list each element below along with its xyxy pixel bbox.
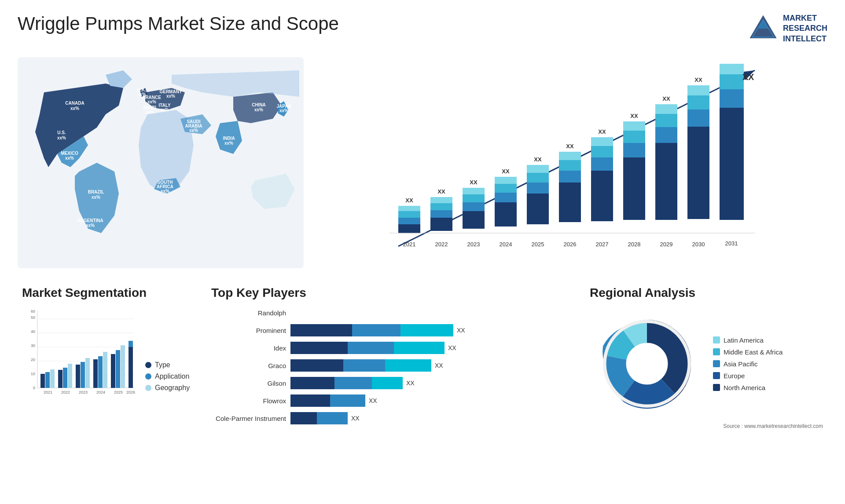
svg-rect-129 <box>85 358 90 388</box>
svg-text:xx%: xx% <box>147 99 156 104</box>
svg-text:40: 40 <box>31 329 35 334</box>
growth-chart-svg: XX 2021 XX 2022 XX 2023 <box>321 62 819 264</box>
svg-rect-89 <box>655 104 677 114</box>
bar-gilson-seg2 <box>334 377 372 389</box>
svg-text:XX: XX <box>662 95 670 102</box>
svg-rect-132 <box>98 356 103 388</box>
svg-text:0: 0 <box>33 386 35 390</box>
svg-rect-140 <box>129 341 133 347</box>
color-latin-america <box>713 336 720 343</box>
svg-rect-38 <box>398 224 420 233</box>
player-row-idex: Idex XX <box>211 342 568 354</box>
bar-coleparmer-seg2 <box>317 412 348 424</box>
svg-text:2028: 2028 <box>628 241 641 248</box>
seg-chart: 0 10 20 30 40 50 60 <box>22 307 136 405</box>
svg-rect-47 <box>430 197 452 203</box>
svg-text:2025: 2025 <box>532 241 544 248</box>
player-xx-prominent: XX <box>457 327 465 334</box>
svg-rect-92 <box>687 127 709 219</box>
svg-rect-57 <box>495 193 517 202</box>
player-row-graco: Graco XX <box>211 359 568 372</box>
bottom-row: Market Segmentation 0 10 20 30 40 <box>18 281 827 434</box>
svg-text:2021: 2021 <box>44 390 52 394</box>
svg-text:CHINA: CHINA <box>252 102 266 107</box>
label-middle-east: Middle East & Africa <box>724 348 783 356</box>
svg-rect-82 <box>623 131 645 143</box>
player-name-flowrox: Flowrox <box>211 397 286 405</box>
svg-rect-121 <box>50 369 55 388</box>
legend-north-america: North America <box>713 384 783 391</box>
svg-text:U.S.: U.S. <box>57 130 66 135</box>
svg-rect-88 <box>655 114 677 127</box>
svg-rect-64 <box>527 173 549 183</box>
logo: MARKET RESEARCH INTELLECT <box>748 13 827 44</box>
legend-type-dot <box>145 362 151 368</box>
color-north-america <box>713 384 720 391</box>
player-xx-graco: XX <box>435 362 443 369</box>
player-name-idex: Idex <box>211 344 286 352</box>
svg-text:2031: 2031 <box>725 240 738 247</box>
map-section: CANADA xx% U.S. xx% MEXICO xx% BRAZIL xx… <box>18 53 304 273</box>
player-bar-idex: XX <box>290 342 568 354</box>
svg-rect-81 <box>623 143 645 157</box>
player-bar-graco: XX <box>290 359 568 372</box>
svg-rect-70 <box>559 160 581 171</box>
svg-rect-65 <box>527 165 549 173</box>
svg-rect-41 <box>398 206 420 211</box>
svg-text:XX: XX <box>566 143 574 150</box>
legend-application: Application <box>145 373 190 380</box>
svg-rect-83 <box>623 121 645 131</box>
legend-application-label: Application <box>155 373 189 380</box>
svg-rect-52 <box>463 194 485 202</box>
source-text: Source : www.marketresearchintellect.com <box>590 423 823 429</box>
legend-type-label: Type <box>155 361 170 369</box>
player-row-coleparmer: Cole-Parmer Instrument XX <box>211 412 568 424</box>
bar-idex-seg2 <box>348 342 394 354</box>
seg-chart-svg: 0 10 20 30 40 50 60 <box>22 307 136 403</box>
svg-text:2022: 2022 <box>435 241 448 248</box>
svg-text:xx%: xx% <box>70 106 79 111</box>
svg-rect-93 <box>687 110 709 127</box>
svg-text:INDIA: INDIA <box>223 136 235 141</box>
svg-rect-77 <box>591 137 613 146</box>
svg-rect-59 <box>495 177 517 184</box>
player-bar-randolph <box>290 307 568 319</box>
svg-rect-135 <box>111 354 115 388</box>
svg-text:60: 60 <box>31 309 35 314</box>
svg-text:xx%: xx% <box>224 141 233 146</box>
seg-legend: Type Application Geography <box>145 361 190 405</box>
svg-rect-99 <box>720 89 744 108</box>
color-middle-east <box>713 348 720 355</box>
svg-text:2029: 2029 <box>660 241 673 248</box>
svg-rect-39 <box>398 218 420 224</box>
player-xx-idex: XX <box>448 344 456 351</box>
player-xx-coleparmer: XX <box>351 415 360 422</box>
svg-rect-120 <box>45 372 50 388</box>
legend-geography-dot <box>145 385 151 391</box>
main-content: CANADA xx% U.S. xx% MEXICO xx% BRAZIL xx… <box>18 53 827 434</box>
svg-rect-45 <box>430 210 452 218</box>
bar-chart-section: XX 2021 XX 2022 XX 2023 <box>312 53 827 273</box>
page-title: Wriggle Pumps Market Size and Scope <box>18 13 339 34</box>
svg-text:2024: 2024 <box>96 390 105 394</box>
svg-text:2030: 2030 <box>692 241 705 248</box>
svg-rect-100 <box>720 74 744 89</box>
player-name-prominent: Prominent <box>211 327 286 334</box>
svg-text:2027: 2027 <box>596 241 609 248</box>
svg-rect-125 <box>68 364 72 388</box>
svg-rect-137 <box>121 345 125 388</box>
player-bar-coleparmer: XX <box>290 412 568 424</box>
bar-prominent-seg1 <box>290 324 352 336</box>
player-bar-prominent: XX <box>290 324 568 336</box>
player-name-gilson: Gilson <box>211 380 286 387</box>
svg-text:xx%: xx% <box>65 156 74 161</box>
bar-idex-seg1 <box>290 342 348 354</box>
legend-type: Type <box>145 361 190 369</box>
player-row-randolph: Randolph <box>211 307 568 319</box>
player-bar-gilson: XX <box>290 377 568 389</box>
legend-middle-east-africa: Middle East & Africa <box>713 348 783 356</box>
color-europe <box>713 372 720 379</box>
players-title: Top Key Players <box>211 286 568 300</box>
logo-icon <box>748 13 779 44</box>
svg-rect-101 <box>720 64 744 74</box>
